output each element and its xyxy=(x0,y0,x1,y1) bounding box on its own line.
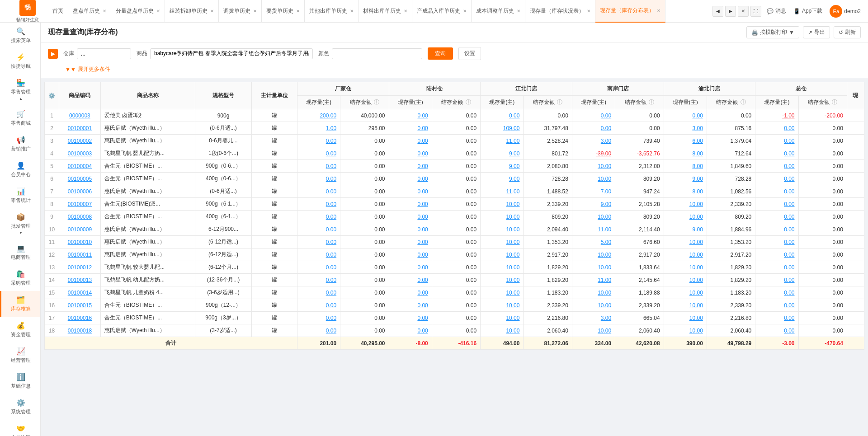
jiangbei-qty[interactable]: 9.00 xyxy=(481,173,524,185)
factory-qty[interactable]: 0.00 xyxy=(297,198,340,211)
user-menu-btn[interactable]: Ea demo2 xyxy=(830,5,861,18)
nanan-qty[interactable]: 10.00 xyxy=(572,173,615,185)
lucun-qty[interactable]: 0.00 xyxy=(389,185,432,198)
yubei-qty[interactable]: 0.00 xyxy=(664,109,707,122)
total-qty[interactable]: 0.00 xyxy=(755,248,798,261)
close-icon[interactable]: ✕ xyxy=(296,9,300,14)
close-icon[interactable]: ✕ xyxy=(350,9,354,14)
jiangbei-qty[interactable]: 0.00 xyxy=(481,109,524,122)
factory-qty[interactable]: 0.00 xyxy=(297,274,340,286)
tab-xcl-kcfb[interactable]: 现存量（库存分布表）✕ xyxy=(595,0,665,23)
lucun-qty[interactable]: 0.00 xyxy=(389,236,432,248)
logo[interactable]: 畅 畅销好生意 xyxy=(7,0,48,23)
factory-qty[interactable]: 0.00 xyxy=(297,160,340,173)
nanan-qty[interactable]: 11.00 xyxy=(572,223,615,236)
product-code[interactable]: 00100007 xyxy=(59,198,101,211)
jiangbei-qty[interactable]: 10.00 xyxy=(481,198,524,211)
total-qty[interactable]: -1.00 xyxy=(755,109,798,122)
sidebar-item-retail-stats[interactable]: 📊 零售统计 xyxy=(0,183,40,208)
jiangbei-qty[interactable]: 109.00 xyxy=(481,122,524,135)
nanan-qty[interactable]: 9.00 xyxy=(572,198,615,211)
factory-qty[interactable]: 0.00 xyxy=(297,261,340,274)
total-qty[interactable]: 0.00 xyxy=(755,223,798,236)
nanan-qty[interactable]: 10.00 xyxy=(572,160,615,173)
settings-col-header[interactable]: ⚙️ xyxy=(45,82,59,109)
lucun-qty[interactable]: 0.00 xyxy=(389,261,432,274)
total-qty[interactable]: 0.00 xyxy=(755,147,798,160)
yubei-qty[interactable]: 8.00 xyxy=(664,147,707,160)
factory-qty[interactable]: 0.00 xyxy=(297,211,340,223)
tab-close-btn[interactable]: ✕ xyxy=(738,6,749,17)
jiangbei-qty[interactable]: 11.00 xyxy=(481,135,524,147)
product-code[interactable]: 00100013 xyxy=(59,274,101,286)
factory-qty[interactable]: 0.00 xyxy=(297,324,340,337)
info-icon[interactable]: ⓘ xyxy=(649,99,654,105)
close-icon[interactable]: ✕ xyxy=(517,9,520,14)
nanan-qty[interactable]: 3.00 xyxy=(572,312,615,324)
jiangbei-qty[interactable]: 10.00 xyxy=(481,324,524,337)
nanan-qty[interactable]: 10.00 xyxy=(572,324,615,337)
jiangbei-qty[interactable]: 10.00 xyxy=(481,274,524,286)
total-qty[interactable]: 0.00 xyxy=(755,122,798,135)
product-code[interactable]: 00100002 xyxy=(59,135,101,147)
nanan-qty[interactable]: 10.00 xyxy=(572,286,615,299)
lucun-qty[interactable]: 0.00 xyxy=(389,198,432,211)
nanan-qty[interactable]: 0.00 xyxy=(572,122,615,135)
tab-yhddh[interactable]: 要货单历史 ✕ xyxy=(262,0,305,23)
jiangbei-qty[interactable]: 9.00 xyxy=(481,147,524,160)
jiangbei-qty[interactable]: 11.00 xyxy=(481,185,524,198)
close-icon[interactable]: ✕ xyxy=(657,8,660,13)
product-code[interactable]: 00100018 xyxy=(59,324,101,337)
jiangbei-qty[interactable]: 10.00 xyxy=(481,299,524,312)
lucun-qty[interactable]: 0.00 xyxy=(389,135,432,147)
tab-xcl-kczt[interactable]: 现存量（库存状况表）✕ xyxy=(525,0,595,23)
tab-clckh[interactable]: 材料出库单历史 ✕ xyxy=(359,0,412,23)
sidebar-item-member[interactable]: 👤 会员中心 xyxy=(0,157,40,183)
tab-dpdh[interactable]: 调拨单历史 ✕ xyxy=(219,0,262,23)
total-qty[interactable]: 0.00 xyxy=(755,160,798,173)
info-icon[interactable]: ⓘ xyxy=(832,99,837,105)
info-icon[interactable]: ⓘ xyxy=(557,99,562,105)
jiangbei-qty[interactable]: 10.00 xyxy=(481,286,524,299)
total-qty[interactable]: 0.00 xyxy=(755,198,798,211)
jiangbei-qty[interactable]: 10.00 xyxy=(481,261,524,274)
sidebar-item-quick-nav[interactable]: ⚡ 快捷导航 xyxy=(0,48,40,74)
nanan-qty[interactable]: 7.00 xyxy=(572,185,615,198)
jiangbei-qty[interactable]: 10.00 xyxy=(481,312,524,324)
total-qty[interactable]: 0.00 xyxy=(755,135,798,147)
print-btn[interactable]: 🖨️ 按模版打印 ▼ xyxy=(746,26,799,38)
factory-qty[interactable]: 0.00 xyxy=(297,312,340,324)
tab-next-btn[interactable]: ▶ xyxy=(725,6,736,17)
yubei-qty[interactable]: 10.00 xyxy=(664,198,707,211)
total-qty[interactable]: 0.00 xyxy=(755,211,798,223)
factory-qty[interactable]: 200.00 xyxy=(297,109,340,122)
sidebar-item-inventory[interactable]: 🗂️ 库存核算 xyxy=(0,291,40,317)
lucun-qty[interactable]: 0.00 xyxy=(389,122,432,135)
yubei-qty[interactable]: 10.00 xyxy=(664,286,707,299)
yubei-qty[interactable]: 10.00 xyxy=(664,261,707,274)
jiangbei-qty[interactable]: 10.00 xyxy=(481,223,524,236)
lucun-qty[interactable]: 0.00 xyxy=(389,223,432,236)
factory-qty[interactable]: 0.00 xyxy=(297,236,340,248)
yubei-qty[interactable]: 9.00 xyxy=(664,223,707,236)
settings-btn[interactable]: 设置 xyxy=(458,47,481,60)
tab-expand-btn[interactable]: ⛶ xyxy=(750,6,761,17)
sidebar-item-marketing[interactable]: 📢 营销推广 xyxy=(0,131,40,157)
app-download-btn[interactable]: 📱 App下载 xyxy=(793,7,822,15)
jiangbei-qty[interactable]: 10.00 xyxy=(481,211,524,223)
total-qty[interactable]: 0.00 xyxy=(755,274,798,286)
refresh-btn[interactable]: ↺ 刷新 xyxy=(834,26,861,38)
info-icon[interactable]: ⓘ xyxy=(741,99,746,105)
product-code[interactable]: 00100005 xyxy=(59,173,101,185)
yubei-qty[interactable]: 3.00 xyxy=(664,122,707,135)
filter-toggle-btn[interactable]: ▶ xyxy=(48,49,58,59)
factory-qty[interactable]: 0.00 xyxy=(297,286,340,299)
jiangbei-qty[interactable]: 10.00 xyxy=(481,248,524,261)
total-qty[interactable]: 0.00 xyxy=(755,324,798,337)
nanan-qty[interactable]: 11.00 xyxy=(572,274,615,286)
jiangbei-qty[interactable]: 9.00 xyxy=(481,160,524,173)
tab-ccrkkh[interactable]: 产成品入库单历史 ✕ xyxy=(412,0,472,23)
yubei-qty[interactable]: 10.00 xyxy=(664,248,707,261)
product-code[interactable]: 00100011 xyxy=(59,248,101,261)
tab-pddh[interactable]: 盘点单历史 ✕ xyxy=(68,0,111,23)
